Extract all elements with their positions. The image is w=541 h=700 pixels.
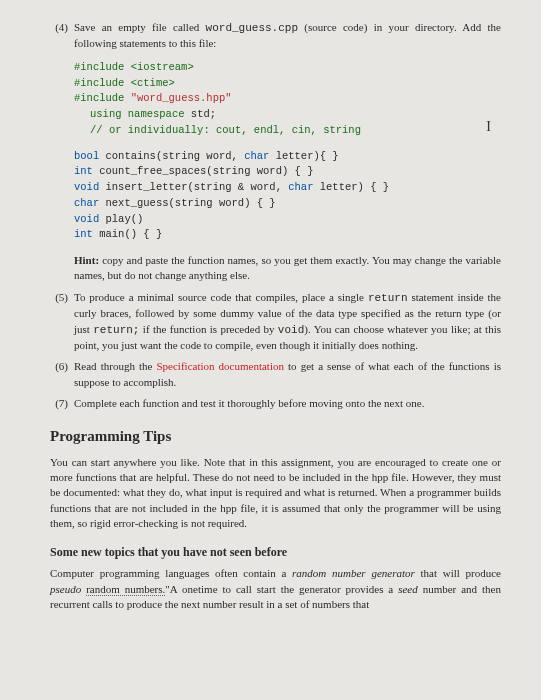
filename: word_guess.cpp bbox=[206, 22, 298, 34]
keyword: void bbox=[278, 324, 304, 336]
text: "A onetime to call start the generator p… bbox=[165, 583, 398, 595]
keyword: return bbox=[368, 292, 408, 304]
code: void bbox=[74, 181, 106, 193]
list-item-6: (6) Read through the Specification docum… bbox=[50, 359, 501, 390]
item-body: Complete each function and test it thoro… bbox=[74, 396, 501, 411]
code: char bbox=[244, 150, 276, 162]
underlined: random numbers. bbox=[86, 583, 165, 596]
text: To produce a minimal source code that co… bbox=[74, 291, 368, 303]
code: void bbox=[74, 213, 106, 225]
text-cursor-icon: I bbox=[486, 116, 491, 137]
hint-block: Hint: copy and paste the function names,… bbox=[50, 253, 501, 284]
code: #include <ctime> bbox=[74, 77, 175, 89]
em: seed bbox=[398, 583, 418, 595]
code: contains(string word, bbox=[106, 150, 245, 162]
code: std; bbox=[191, 108, 216, 120]
code: insert_letter(string & word, bbox=[106, 181, 289, 193]
list-item-7: (7) Complete each function and test it t… bbox=[50, 396, 501, 411]
code: play() bbox=[106, 213, 144, 225]
text: Save an empty file called bbox=[74, 21, 206, 33]
code: bool bbox=[74, 150, 106, 162]
spec-doc-link[interactable]: Specification documentation bbox=[156, 360, 283, 372]
hint-text: copy and paste the function names, so yo… bbox=[74, 254, 501, 281]
code: #include <iostream> bbox=[74, 61, 194, 73]
code: char bbox=[288, 181, 320, 193]
list-item-4: (4) Save an empty file called word_guess… bbox=[50, 20, 501, 52]
code: int bbox=[74, 165, 99, 177]
code-block: I #include <iostream> #include <ctime> #… bbox=[74, 60, 501, 243]
list-item-5: (5) To produce a minimal source code tha… bbox=[50, 290, 501, 354]
code: using namespace bbox=[90, 108, 191, 120]
item-body: Save an empty file called word_guess.cpp… bbox=[74, 20, 501, 52]
code: next_guess(string word) { } bbox=[106, 197, 276, 209]
item-body: To produce a minimal source code that co… bbox=[74, 290, 501, 354]
em: random number generator bbox=[292, 567, 415, 579]
text: Read through the bbox=[74, 360, 156, 372]
code: main() { } bbox=[99, 228, 162, 240]
code: char bbox=[74, 197, 106, 209]
heading-programming-tips: Programming Tips bbox=[50, 426, 501, 447]
em: pseudo bbox=[50, 583, 81, 595]
item-body: Read through the Specification documenta… bbox=[74, 359, 501, 390]
tips-paragraph: You can start anywhere you like. Note th… bbox=[50, 455, 501, 532]
code: #include bbox=[74, 92, 131, 104]
text: Computer programming languages often con… bbox=[50, 567, 292, 579]
hint-body: Hint: copy and paste the function names,… bbox=[74, 253, 501, 284]
text: that will produce bbox=[415, 567, 501, 579]
code: "word_guess.hpp" bbox=[131, 92, 232, 104]
topics-paragraph: Computer programming languages often con… bbox=[50, 566, 501, 612]
heading-new-topics: Some new topics that you have not seen b… bbox=[50, 544, 501, 561]
code: letter){ } bbox=[276, 150, 339, 162]
hint-label: Hint: bbox=[74, 254, 99, 266]
item-number: (5) bbox=[50, 290, 74, 354]
code: count_free_spaces(string word) { } bbox=[99, 165, 313, 177]
item-number: (7) bbox=[50, 396, 74, 411]
item-number: (4) bbox=[50, 20, 74, 52]
code: int bbox=[74, 228, 99, 240]
keyword: return; bbox=[93, 324, 139, 336]
item-number: (6) bbox=[50, 359, 74, 390]
code: // or individually: cout, endl, cin, str… bbox=[90, 124, 361, 136]
text: if the function is preceded by bbox=[139, 323, 277, 335]
code: letter) { } bbox=[320, 181, 389, 193]
